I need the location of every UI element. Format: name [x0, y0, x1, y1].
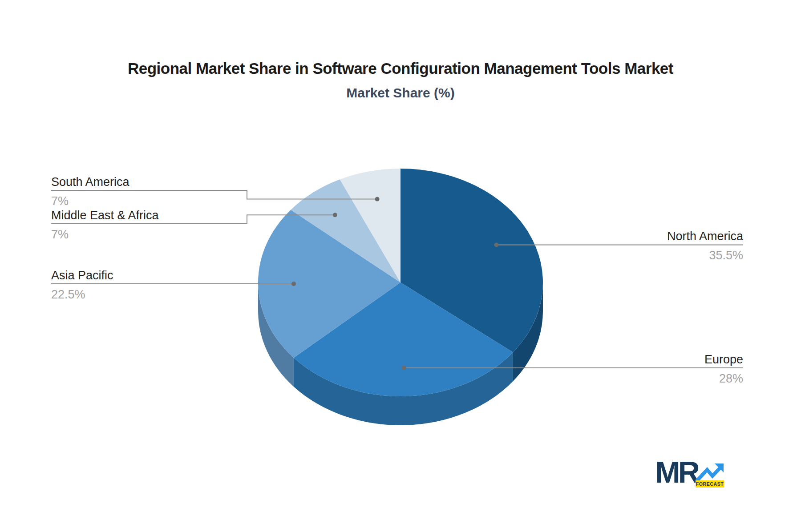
label-asia-pacific: Asia Pacific [51, 268, 113, 283]
label-north-america: North America [667, 229, 743, 244]
value-south-america: 7% [51, 193, 69, 209]
leader-dot-south-america [375, 197, 380, 202]
chart-page: Regional Market Share in Software Config… [0, 0, 801, 532]
logo-badge-text: FORECAST [696, 481, 724, 487]
value-europe: 28% [719, 371, 743, 386]
value-north-america: 35.5% [709, 248, 743, 263]
value-middle-east-africa: 7% [51, 227, 69, 242]
mr-forecast-logo: MR FORECAST [655, 462, 731, 489]
value-asia-pacific: 22.5% [51, 287, 85, 302]
leader-dot-middle-east-africa [333, 213, 337, 217]
label-europe: Europe [704, 352, 743, 367]
pie-chart-canvas [0, 0, 801, 532]
label-middle-east-africa: Middle East & Africa [51, 208, 159, 223]
leader-dot-north-america [494, 243, 499, 247]
label-south-america: South America [51, 174, 129, 189]
logo-text: MR [655, 458, 698, 486]
logo-badge: FORECAST [696, 480, 724, 488]
leader-dot-europe [402, 366, 406, 370]
leader-dot-asia-pacific [291, 282, 296, 286]
